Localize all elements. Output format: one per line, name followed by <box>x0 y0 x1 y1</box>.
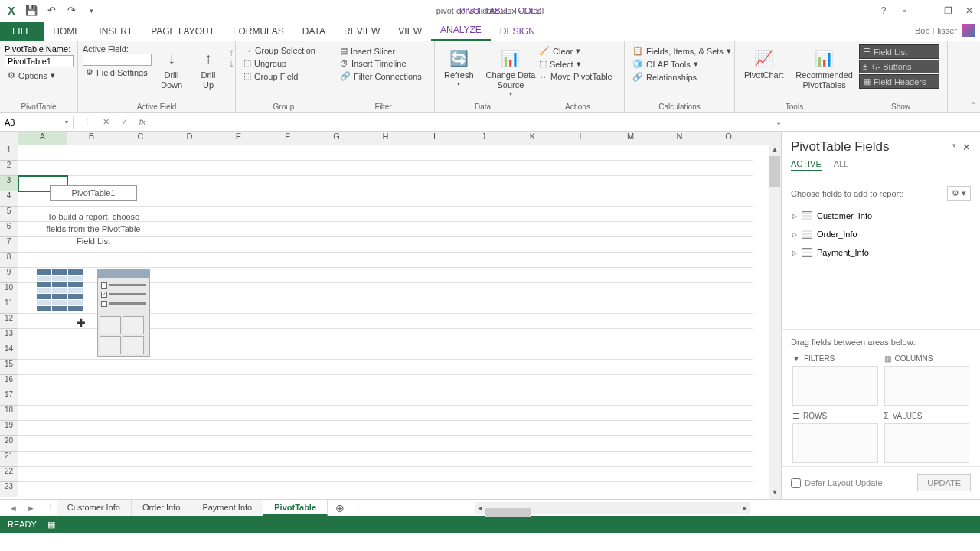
row-header-17[interactable]: 17 <box>0 390 18 406</box>
cell-G3[interactable] <box>312 176 361 191</box>
cell-L7[interactable] <box>557 237 606 253</box>
hscroll-left-icon[interactable]: ◄ <box>475 504 485 512</box>
cell-E7[interactable] <box>214 237 263 253</box>
cell-J14[interactable] <box>459 344 508 360</box>
cell-E13[interactable] <box>214 329 263 344</box>
active-field-input[interactable] <box>83 54 152 66</box>
cell-J9[interactable] <box>459 268 508 283</box>
cell-H5[interactable] <box>361 207 410 222</box>
cell-L2[interactable] <box>557 161 606 176</box>
cell-F7[interactable] <box>263 237 312 253</box>
cell-H20[interactable] <box>361 436 410 452</box>
name-box[interactable]: A3▾ <box>0 116 74 129</box>
cell-E16[interactable] <box>214 375 263 390</box>
cell-D10[interactable] <box>165 283 214 298</box>
cell-H6[interactable] <box>361 222 410 237</box>
cell-O8[interactable] <box>704 253 753 268</box>
cell-K5[interactable] <box>508 207 557 222</box>
cell-D3[interactable] <box>165 176 214 191</box>
cell-J1[interactable] <box>459 145 508 161</box>
refresh-button[interactable]: 🔄Refresh▾ <box>439 44 479 90</box>
cell-K20[interactable] <box>508 436 557 452</box>
cell-G9[interactable] <box>312 268 361 283</box>
cell-H13[interactable] <box>361 329 410 344</box>
cell-E4[interactable] <box>214 191 263 207</box>
cell-M21[interactable] <box>606 452 655 467</box>
cell-I3[interactable] <box>410 176 459 191</box>
cell-K8[interactable] <box>508 253 557 268</box>
cell-B20[interactable] <box>67 436 116 452</box>
cell-M17[interactable] <box>606 390 655 406</box>
cell-F5[interactable] <box>263 207 312 222</box>
pivotchart-button[interactable]: 📈PivotChart <box>740 44 788 82</box>
cell-J3[interactable] <box>459 176 508 191</box>
cell-D22[interactable] <box>165 467 214 482</box>
column-header-H[interactable]: H <box>361 132 410 145</box>
cell-N10[interactable] <box>655 283 704 298</box>
cell-K15[interactable] <box>508 360 557 375</box>
cell-C22[interactable] <box>116 467 165 482</box>
add-sheet-icon[interactable]: ⊕ <box>328 500 352 517</box>
options-button[interactable]: ⚙ Options ▾ <box>5 69 74 82</box>
cell-N3[interactable] <box>655 176 704 191</box>
cell-F20[interactable] <box>263 436 312 452</box>
cell-C21[interactable] <box>116 452 165 467</box>
cell-A23[interactable] <box>18 482 67 497</box>
cell-E12[interactable] <box>214 314 263 329</box>
cell-K7[interactable] <box>508 237 557 253</box>
cell-M5[interactable] <box>606 207 655 222</box>
cell-G6[interactable] <box>312 222 361 237</box>
row-header-3[interactable]: 3 <box>0 176 18 191</box>
cell-K21[interactable] <box>508 452 557 467</box>
cell-L12[interactable] <box>557 314 606 329</box>
row-header-2[interactable]: 2 <box>0 161 18 176</box>
cell-L5[interactable] <box>557 207 606 222</box>
cell-H10[interactable] <box>361 283 410 298</box>
cell-I13[interactable] <box>410 329 459 344</box>
cell-I19[interactable] <box>410 421 459 436</box>
cell-N20[interactable] <box>655 436 704 452</box>
cell-H4[interactable] <box>361 191 410 207</box>
cell-L21[interactable] <box>557 452 606 467</box>
cell-L17[interactable] <box>557 390 606 406</box>
cell-G20[interactable] <box>312 436 361 452</box>
cell-B21[interactable] <box>67 452 116 467</box>
sheet-tab-customer-info[interactable]: Customer Info <box>57 500 132 516</box>
cell-M1[interactable] <box>606 145 655 161</box>
cell-A19[interactable] <box>18 421 67 436</box>
cancel-formula-icon[interactable]: ✕ <box>96 117 115 127</box>
cell-A2[interactable] <box>18 161 67 176</box>
expand-icon[interactable]: ▷ <box>792 231 797 238</box>
cell-N16[interactable] <box>655 375 704 390</box>
cell-G7[interactable] <box>312 237 361 253</box>
cell-N22[interactable] <box>655 467 704 482</box>
expand-icon[interactable]: ▷ <box>792 213 797 220</box>
cell-L19[interactable] <box>557 421 606 436</box>
formula-input[interactable] <box>156 118 980 127</box>
cell-C20[interactable] <box>116 436 165 452</box>
cell-K1[interactable] <box>508 145 557 161</box>
row-header-10[interactable]: 10 <box>0 283 18 298</box>
row-header-19[interactable]: 19 <box>0 421 18 436</box>
cell-E21[interactable] <box>214 452 263 467</box>
cell-I10[interactable] <box>410 283 459 298</box>
cell-N2[interactable] <box>655 161 704 176</box>
cell-E18[interactable] <box>214 406 263 421</box>
cell-G5[interactable] <box>312 207 361 222</box>
cell-J17[interactable] <box>459 390 508 406</box>
cell-O16[interactable] <box>704 375 753 390</box>
cell-D21[interactable] <box>165 452 214 467</box>
cell-H19[interactable] <box>361 421 410 436</box>
cell-H8[interactable] <box>361 253 410 268</box>
cell-K14[interactable] <box>508 344 557 360</box>
cell-J10[interactable] <box>459 283 508 298</box>
tools-gear-icon[interactable]: ⚙ ▾ <box>947 186 971 201</box>
cell-O23[interactable] <box>704 482 753 497</box>
field-settings-button[interactable]: ⚙ Field Settings <box>83 66 152 79</box>
cell-F1[interactable] <box>263 145 312 161</box>
cell-H18[interactable] <box>361 406 410 421</box>
cell-B23[interactable] <box>67 482 116 497</box>
cell-D1[interactable] <box>165 145 214 161</box>
cell-G1[interactable] <box>312 145 361 161</box>
cell-I4[interactable] <box>410 191 459 207</box>
